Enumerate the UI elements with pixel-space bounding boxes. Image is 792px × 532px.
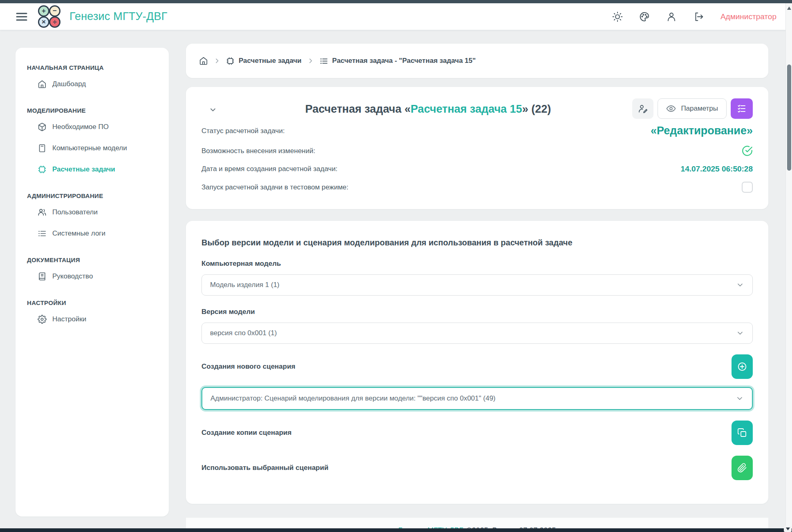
status-row: Возможность внесения изменений: xyxy=(201,141,753,160)
parameters-button[interactable]: Параметры xyxy=(658,98,727,119)
status-row: Статус расчетной задачи: «Редактирование… xyxy=(201,120,753,141)
breadcrumb: Расчетные задачи Расчетная задача - "Рас… xyxy=(186,44,768,78)
use-scenario-row: Использовать выбранный сценарий xyxy=(201,456,753,480)
header-left: + − × ÷ Генезис МГТУ-ДВГ xyxy=(14,6,168,28)
sidebar-item-system-logs[interactable]: Системные логи xyxy=(27,223,157,244)
list-icon xyxy=(320,57,328,65)
chevron-down-icon xyxy=(209,106,217,114)
status-label: Статус расчетной задачи: xyxy=(201,127,285,135)
check-circle-icon xyxy=(742,145,753,156)
sidebar-item-dashboard[interactable]: Дашбоард xyxy=(27,73,157,95)
version-select[interactable]: версия спо 0x001 (1) xyxy=(201,323,753,344)
sidebar-item-settings[interactable]: Настройки xyxy=(27,309,157,330)
menu-toggle-button[interactable] xyxy=(14,10,29,23)
sidebar-item-label: Компьютерные модели xyxy=(52,144,127,152)
app-title: Генезис МГТУ-ДВГ xyxy=(69,10,168,23)
sidebar-item-required-software[interactable]: Необходимое ПО xyxy=(27,116,157,138)
calculator-icon xyxy=(38,144,47,153)
sidebar-item-label: Дашбоард xyxy=(52,80,86,88)
sidebar-item-manual[interactable]: Руководство xyxy=(27,266,157,287)
sidebar-section-settings: НАСТРОЙКИ xyxy=(27,299,157,306)
copy-icon xyxy=(737,428,747,438)
user-icon xyxy=(666,11,677,22)
palette-button[interactable] xyxy=(638,11,651,23)
testmode-checkbox[interactable] xyxy=(742,182,753,193)
users-icon xyxy=(38,208,47,217)
top-edge-bar xyxy=(0,0,792,3)
add-scenario-button[interactable] xyxy=(732,354,753,379)
app-logo-icon: + − × ÷ xyxy=(38,6,60,28)
sidebar-item-label: Настройки xyxy=(52,315,86,323)
chevron-right-icon xyxy=(214,58,220,64)
status-row: Дата и время создания расчетной задачи: … xyxy=(201,160,753,178)
status-value: «Редактирование» xyxy=(651,125,753,137)
breadcrumb-calculation-tasks[interactable]: Расчетные задачи xyxy=(226,57,302,65)
parameters-button-label: Параметры xyxy=(681,105,718,113)
model-select[interactable]: Модель изделия 1 (1) xyxy=(201,274,753,296)
current-user-role[interactable]: Администратор xyxy=(720,12,776,21)
theme-toggle-button[interactable] xyxy=(611,11,624,23)
version-select-value: версия спо 0x001 (1) xyxy=(210,329,277,337)
use-scenario-label: Использовать выбранный сценарий xyxy=(201,464,329,472)
cube-icon xyxy=(38,122,47,131)
sidebar-item-label: Пользователи xyxy=(52,208,98,216)
sidebar-item-users[interactable]: Пользователи xyxy=(27,202,157,223)
logo-divide-icon: ÷ xyxy=(49,16,60,28)
scenario-heading: Выбор версии модели и сценария моделиров… xyxy=(201,238,753,247)
gear-icon xyxy=(38,315,47,324)
sidebar-section-modeling: МОДЕЛИРОВАНИЕ xyxy=(27,107,157,114)
bottom-edge-bar xyxy=(0,528,792,532)
title-suffix: » (22) xyxy=(522,103,551,115)
copy-scenario-label: Создание копии сценария xyxy=(201,429,291,437)
title-actions: Параметры xyxy=(632,98,753,119)
sidebar-section-documentation: ДОКУМЕНТАЦИЯ xyxy=(27,256,157,263)
logo-minus-icon: − xyxy=(49,5,60,17)
person-edit-icon xyxy=(638,104,648,114)
editable-label: Возможность внесения изменений: xyxy=(201,147,315,155)
sun-icon xyxy=(612,11,623,22)
copy-scenario-row: Создание копии сценария xyxy=(201,421,753,445)
sidebar-item-calculation-tasks[interactable]: Расчетные задачи xyxy=(27,159,157,180)
scroll-down-button[interactable] xyxy=(784,526,792,532)
cpu-icon xyxy=(226,57,235,65)
profile-button[interactable] xyxy=(665,11,678,23)
sidebar: НАЧАЛЬНАЯ СТРАНИЦА Дашбоард МОДЕЛИРОВАНИ… xyxy=(16,48,169,516)
checklist-button[interactable] xyxy=(731,98,753,119)
logout-icon xyxy=(693,11,704,22)
collapse-button[interactable] xyxy=(206,103,219,116)
title-task-name: Расчетная задача 15 xyxy=(411,103,522,115)
sidebar-item-label: Расчетные задачи xyxy=(52,165,115,174)
edit-author-button[interactable] xyxy=(632,98,653,119)
sidebar-section-home: НАЧАЛЬНАЯ СТРАНИЦА xyxy=(27,64,157,71)
use-scenario-button[interactable] xyxy=(732,456,753,480)
breadcrumb-home[interactable] xyxy=(199,56,208,65)
status-row: Запуск расчетной задачи в тестовом режим… xyxy=(201,178,753,197)
chevron-right-icon xyxy=(307,58,314,64)
logo-multiply-icon: × xyxy=(38,16,49,28)
book-icon xyxy=(38,272,47,281)
header-actions: Администратор xyxy=(611,11,776,23)
eye-icon xyxy=(666,104,676,114)
breadcrumb-label: Расчетная задача - "Расчетная задача 15" xyxy=(332,57,476,65)
app-header: + − × ÷ Генезис МГТУ-ДВГ Администратор xyxy=(0,3,792,30)
vertical-scrollbar[interactable] xyxy=(785,3,792,528)
home-icon xyxy=(38,80,47,89)
model-select-value: Модель изделия 1 (1) xyxy=(210,281,280,289)
hamburger-icon xyxy=(16,12,28,22)
cpu-icon xyxy=(38,165,47,174)
scroll-up-arrow-icon[interactable] xyxy=(787,7,791,10)
sidebar-item-computer-models[interactable]: Компьютерные модели xyxy=(27,138,157,159)
task-title-row: Расчетная задача «Расчетная задача 15» (… xyxy=(201,98,753,120)
chevron-down-icon xyxy=(736,281,744,289)
scrollbar-thumb[interactable] xyxy=(787,65,791,171)
paperclip-icon xyxy=(737,463,747,473)
scenario-card: Выбор версии модели и сценария моделиров… xyxy=(186,221,768,504)
chevron-down-icon xyxy=(736,329,744,337)
main-content: Расчетные задачи Расчетная задача - "Рас… xyxy=(186,44,768,532)
testmode-label: Запуск расчетной задачи в тестовом режим… xyxy=(201,183,349,191)
created-value: 14.07.2025 06:50:28 xyxy=(681,165,753,174)
logout-button[interactable] xyxy=(692,11,705,23)
model-label: Компьютерная модель xyxy=(201,260,753,268)
copy-scenario-button[interactable] xyxy=(732,421,753,445)
scenario-select[interactable]: Администратор: Сценарий моделирования дл… xyxy=(201,387,753,410)
